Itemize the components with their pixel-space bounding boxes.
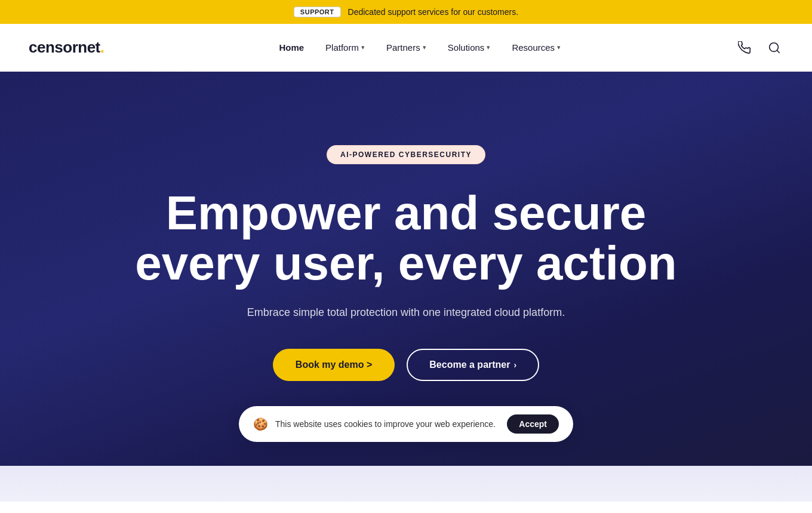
nav-link-resources[interactable]: Resources ▾ (512, 42, 561, 53)
hero-title-and: and (394, 186, 492, 239)
chevron-down-icon: ▾ (361, 44, 365, 51)
svg-line-1 (777, 50, 779, 53)
chevron-down-icon: ▾ (487, 44, 490, 51)
banner-text: Dedicated support services for our custo… (348, 7, 519, 17)
become-partner-button[interactable]: Become a partner › (407, 349, 539, 381)
bottom-fade (0, 466, 812, 502)
nav-link-home[interactable]: Home (279, 42, 304, 53)
search-icon (768, 41, 781, 54)
hero-title: Empower and secure every user, every act… (135, 188, 676, 288)
hero-badge: AI-POWERED CYBERSECURITY (327, 145, 485, 164)
nav-link-solutions[interactable]: Solutions ▾ (448, 42, 491, 53)
nav-item-platform[interactable]: Platform ▾ (325, 42, 365, 53)
phone-button[interactable] (736, 39, 753, 57)
nav-item-resources[interactable]: Resources ▾ (512, 42, 561, 53)
support-badge: SUPPORT (294, 7, 341, 17)
nav-links: Home Platform ▾ Partners ▾ Solutions ▾ R… (279, 42, 561, 53)
search-button[interactable] (765, 39, 783, 57)
cookie-icon: 🍪 (253, 417, 268, 431)
navbar: censornet. Home Platform ▾ Partners ▾ So… (0, 24, 812, 72)
nav-item-home[interactable]: Home (279, 42, 304, 53)
nav-link-partners[interactable]: Partners ▾ (386, 42, 426, 53)
logo-text: censornet (29, 38, 100, 56)
cookie-accept-button[interactable]: Accept (507, 414, 559, 434)
top-banner: SUPPORT Dedicated support services for o… (0, 0, 812, 24)
logo-dot: . (100, 38, 104, 56)
hero-buttons: Book my demo > Become a partner › (273, 349, 539, 381)
cookie-banner: 🍪 This website uses cookies to improve y… (239, 406, 573, 442)
hero-section: AI-POWERED CYBERSECURITY Empower and sec… (0, 72, 812, 466)
partner-arrow-icon: › (513, 360, 516, 370)
cookie-text: This website uses cookies to improve you… (275, 419, 500, 429)
nav-item-solutions[interactable]: Solutions ▾ (448, 42, 491, 53)
nav-icons (736, 39, 783, 57)
chevron-down-icon: ▾ (423, 44, 426, 51)
become-partner-label: Become a partner (429, 360, 510, 370)
hero-title-empower: Empower (166, 188, 381, 238)
chevron-down-icon: ▾ (557, 44, 561, 51)
hero-title-line2: every user, every action (135, 236, 676, 290)
nav-item-partners[interactable]: Partners ▾ (386, 42, 426, 53)
phone-icon (738, 41, 751, 54)
logo[interactable]: censornet. (29, 38, 104, 57)
nav-link-platform[interactable]: Platform ▾ (325, 42, 365, 53)
book-demo-button[interactable]: Book my demo > (273, 349, 395, 381)
hero-title-secure: secure (492, 188, 646, 238)
hero-subtitle: Embrace simple total protection with one… (247, 306, 565, 319)
